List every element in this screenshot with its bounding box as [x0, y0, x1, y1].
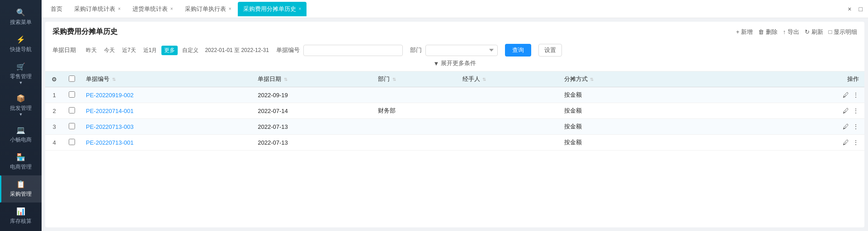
row-order-no: PE-20220919-002: [80, 87, 252, 103]
order-no-label: 单据编号: [276, 46, 300, 54]
more-icon[interactable]: ⋮: [853, 139, 859, 146]
select-all-checkbox[interactable]: [69, 75, 75, 82]
query-button[interactable]: 查询: [505, 44, 531, 57]
order-no-link[interactable]: PE-20220713-003: [86, 123, 134, 130]
col-checkbox: [63, 71, 80, 87]
edit-icon[interactable]: 🖊: [843, 123, 849, 130]
toolbar: + 新增 🗑 删除 ↑ 导出 ↻ 刷新 □ 显示明细: [736, 28, 857, 36]
dept-label: 部门: [410, 46, 422, 54]
edit-icon[interactable]: 🖊: [843, 139, 849, 146]
date-yesterday-btn[interactable]: 昨天: [83, 46, 99, 55]
sidebar-item-inventory[interactable]: 📊 库存核算: [0, 203, 42, 230]
close-icon[interactable]: ×: [229, 6, 231, 11]
row-checkbox[interactable]: [69, 123, 75, 129]
row-actions: 🖊 ⋮: [785, 103, 864, 119]
chevron-down-icon: ▼: [19, 112, 23, 117]
order-no-input[interactable]: [303, 45, 403, 56]
row-checkbox[interactable]: [69, 139, 75, 145]
row-checkbox[interactable]: [69, 91, 75, 98]
order-no-link[interactable]: PE-20220714-001: [86, 108, 134, 114]
tab-purchase-order-exec[interactable]: 采购订单执行表 ×: [179, 2, 237, 16]
close-icon[interactable]: ×: [299, 6, 302, 11]
more-icon[interactable]: ⋮: [853, 123, 859, 130]
export-label: ↑ 导出: [783, 28, 799, 36]
sidebar-item-quick-nav[interactable]: ⚡ 快捷导航: [0, 31, 42, 58]
row-split-method: 按金额: [559, 119, 785, 135]
sidebar-item-retail[interactable]: 🛒 零售管理 ▼: [0, 58, 42, 90]
main-area: 首页 采购订单统计表 × 进货单统计表 × 采购订单执行表 × 采购费用分摊单历…: [42, 0, 868, 231]
row-actions: 🖊 ⋮: [785, 135, 864, 151]
date-range-display: 2022-01-01 至 2022-12-31: [205, 47, 269, 54]
export-button[interactable]: ↑ 导出: [783, 28, 799, 36]
expand-label: 展开更多条件: [441, 59, 476, 67]
xiaopao-icon: 💻: [16, 126, 25, 134]
edit-icon[interactable]: 🖊: [843, 91, 849, 99]
more-icon[interactable]: ⋮: [853, 91, 859, 99]
sidebar-item-label: 小畅电商: [10, 136, 32, 144]
dept-filter-group: 部门: [410, 45, 498, 56]
sidebar-item-search[interactable]: 🔍 搜索菜单: [0, 4, 42, 31]
edit-icon[interactable]: 🖊: [843, 107, 849, 114]
date-1month-btn[interactable]: 近1月: [141, 46, 160, 55]
maximize-window-button[interactable]: □: [857, 4, 864, 14]
search-icon: 🔍: [16, 8, 25, 17]
add-button[interactable]: + 新增: [736, 28, 753, 36]
date-custom-btn[interactable]: 自定义: [179, 46, 201, 55]
dept-select[interactable]: [425, 45, 498, 56]
expand-more-btn[interactable]: ▼ 展开更多条件: [52, 59, 857, 67]
delete-button[interactable]: 🗑 删除: [758, 28, 778, 36]
close-icon[interactable]: ×: [118, 6, 121, 11]
tab-home[interactable]: 首页: [45, 2, 68, 16]
sidebar-item-purchase[interactable]: 📋 采购管理: [0, 175, 42, 203]
refresh-label: ↻ 刷新: [805, 28, 823, 36]
col-handler[interactable]: 经手人 ⇅: [457, 71, 559, 87]
row-num: 4: [45, 135, 63, 151]
table-header-row: ⚙ 单据编号 ⇅ 单据日期 ⇅ 部门 ⇅: [45, 71, 864, 87]
date-more-btn[interactable]: 更多: [161, 46, 178, 55]
sort-icon[interactable]: ⇅: [284, 77, 288, 82]
col-settings[interactable]: ⚙: [45, 71, 63, 87]
order-no-link[interactable]: PE-20220713-001: [86, 139, 134, 146]
refresh-button[interactable]: ↻ 刷新: [805, 28, 823, 36]
col-split-method-label: 分摊方式: [564, 75, 588, 82]
row-order-no: PE-20220713-001: [80, 135, 252, 151]
table-row: 1 PE-20220919-002 2022-09-19 按金额 🖊 ⋮: [45, 87, 864, 103]
sidebar-item-ecommerce[interactable]: 🏪 电商管理: [0, 148, 42, 175]
close-window-button[interactable]: ×: [846, 4, 853, 14]
col-order-no[interactable]: 单据编号 ⇅: [80, 71, 252, 87]
show-columns-button[interactable]: □ 显示明细: [829, 28, 857, 36]
col-order-date-label: 单据日期: [258, 75, 281, 82]
date-today-btn[interactable]: 今天: [101, 46, 118, 55]
close-icon[interactable]: ×: [170, 6, 173, 11]
tab-incoming-stats[interactable]: 进货单统计表 ×: [127, 2, 179, 16]
date-7days-btn[interactable]: 近7天: [119, 46, 139, 55]
row-checkbox-cell: [63, 119, 80, 135]
sidebar-item-wholesale[interactable]: 📦 批发管理 ▼: [0, 90, 42, 121]
sort-icon[interactable]: ⇅: [482, 77, 486, 82]
sidebar-item-xiaopao[interactable]: 💻 小畅电商: [0, 121, 42, 148]
table-body: 1 PE-20220919-002 2022-09-19 按金额 🖊 ⋮ 2 P…: [45, 87, 864, 151]
show-columns-label: □ 显示明细: [829, 28, 857, 36]
more-icon[interactable]: ⋮: [853, 107, 859, 114]
tab-actions: × □: [846, 4, 864, 14]
sidebar-item-label: 快捷导航: [10, 46, 32, 53]
wholesale-icon: 📦: [16, 94, 25, 103]
sort-icon[interactable]: ⇅: [112, 77, 116, 82]
col-dept[interactable]: 部门 ⇅: [373, 71, 457, 87]
data-table: ⚙ 单据编号 ⇅ 单据日期 ⇅ 部门 ⇅: [45, 71, 864, 151]
settings-button[interactable]: 设置: [538, 44, 562, 57]
col-split-method[interactable]: 分摊方式 ⇅: [559, 71, 785, 87]
tab-purchase-cost-history[interactable]: 采购费用分摊单历史 ×: [238, 2, 307, 16]
page-title: 采购费用分摊单历史: [52, 27, 118, 37]
tab-purchase-order-stats[interactable]: 采购订单统计表 ×: [69, 2, 126, 16]
col-order-date[interactable]: 单据日期 ⇅: [252, 71, 373, 87]
sort-icon[interactable]: ⇅: [590, 77, 594, 82]
table-row: 2 PE-20220714-001 2022-07-14 财务部 按金额 🖊 ⋮: [45, 103, 864, 119]
row-handler: [457, 87, 559, 103]
row-checkbox[interactable]: [69, 107, 75, 113]
add-label: + 新增: [736, 28, 753, 36]
order-no-link[interactable]: PE-20220919-002: [86, 92, 134, 99]
sort-icon[interactable]: ⇅: [392, 77, 396, 82]
chevron-down-icon: ▼: [19, 80, 23, 85]
tab-home-label: 首页: [51, 5, 62, 13]
